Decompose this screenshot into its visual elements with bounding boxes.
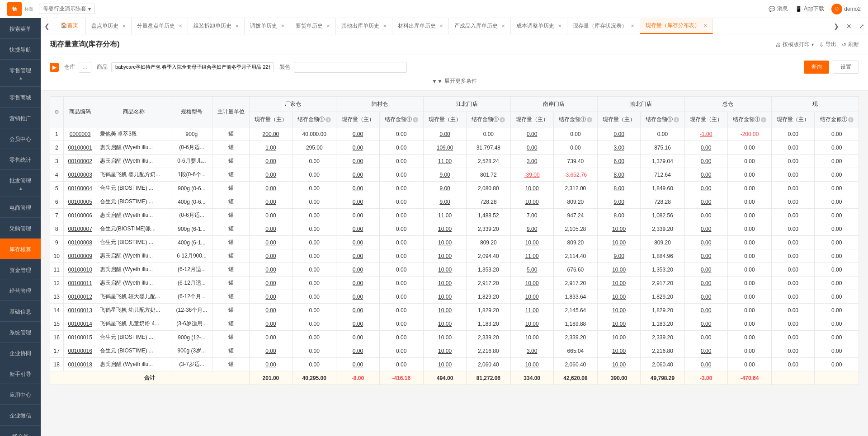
row-mountain-balance: 0.00 [379,358,423,371]
tab-order-history[interactable]: 要货单历史✕ [290,18,336,34]
sidebar-item-finance[interactable]: 资金管理 [0,259,41,280]
sidebar-item-enterprise[interactable]: 企业协同 [0,342,41,363]
table-row: 12 00100011 惠氏启醒 (Wyeth illu... (6-12月适.… [50,277,859,290]
sidebar-item-mall[interactable]: 零售商城 [0,87,41,108]
tab-stock-dist[interactable]: 现存量（库存分布表）✕ [640,18,713,34]
row-factory-balance: 0.00 [292,331,336,344]
page-header-actions: 🖨 按模版打印 ▾ ⇩ 导出 ↺ 刷新 [775,41,859,48]
sidebar-item-purchase[interactable]: 采购管理 [0,218,41,239]
row-index: 11 [50,263,64,277]
sidebar-item-vip[interactable]: 畅会员 [0,426,41,436]
row-factory-stock: 0.00 [249,317,292,331]
sidebar-item-wechat[interactable]: 企业微信 [0,405,41,426]
expand-conditions-btn[interactable]: ▼▼ 展开更多条件 [432,77,477,85]
export-label: 导出 [826,41,836,48]
collapse-btn[interactable]: ▶ [50,63,59,72]
sidebar-item-search[interactable]: 搜索英单 [0,18,41,39]
sidebar-item-label: 应用中心 [4,391,37,399]
industry-selector[interactable]: 母婴行业演示陈套 ▾ [39,4,95,14]
row-yubeifu-stock: 10.00 [598,358,641,371]
table-wrapper[interactable]: ⚙ 商品编码 商品名称 规格型号 主计量单位 厂家仓 陆村仓 江北门店 南岸门店… [50,96,859,385]
tab-close-icon[interactable]: ✕ [439,23,443,28]
table-row: 1 0000003 爱他美 卓萃3段 900g 罐 200.00 40,000.… [50,127,859,141]
row-jiangbei-balance: 1,183.20 [467,317,510,331]
row-extra-balance: 0.00 [815,344,859,358]
query-btn[interactable]: 查询 [804,61,829,74]
sidebar-item-nav[interactable]: 快捷导航 [0,39,41,60]
row-jiangbei-stock: 9.00 [424,168,467,182]
row-factory-stock: 0.00 [249,331,292,344]
tab-close-icon[interactable]: ✕ [281,23,284,28]
tab-assemble-history[interactable]: 组装拆卸单历史✕ [188,18,245,34]
refresh-icon: ↺ [842,42,846,48]
row-nanan-stock: 3.00 [510,344,553,358]
tab-material-out[interactable]: 材料出库单历史✕ [392,18,449,34]
table-row: 10 00100009 惠氏启醒 (Wyeth illu... 6-12月900… [50,249,859,263]
color-input[interactable] [294,62,407,73]
tab-finished-in[interactable]: 产成品入库单历史✕ [449,18,511,34]
row-extra-stock: 0.00 [772,304,815,317]
row-name: 惠氏启醒 (Wyeth illu... [97,249,171,263]
total-nanan-stock: 334.00 [510,371,553,385]
tab-close-icon[interactable]: ✕ [179,23,182,28]
print-btn[interactable]: 🖨 按模版打印 ▾ [775,41,814,48]
tab-stock-status[interactable]: 现存量（库存状况表）✕ [567,18,640,34]
row-jiangbei-stock: 11.00 [424,155,467,168]
tab-cost-adjust[interactable]: 成本调整单历史✕ [511,18,567,34]
row-yubeifu-stock: 10.00 [598,277,641,290]
tab-close-icon[interactable]: ✕ [631,23,634,28]
sidebar-item-basic-info[interactable]: 基础信息 [0,301,41,322]
app-download-btn[interactable]: 📱 App下载 [795,5,824,13]
sidebar-item-member[interactable]: 会员中心 [0,128,41,149]
tab-next-btn[interactable]: ❯ [830,23,843,30]
tab-close-icon[interactable]: ✕ [326,23,330,28]
sidebar-item-ecommerce[interactable]: 电商管理 [0,197,41,218]
sidebar-item-inventory[interactable]: 库存核算 [0,239,41,259]
message-btn[interactable]: 💬 消息 [769,5,788,13]
product-input[interactable] [111,62,274,72]
sidebar-item-retail[interactable]: 零售管理▲ [0,60,41,87]
row-jiangbei-balance: 1,353.20 [467,263,510,277]
row-code: 00100010 [63,263,97,277]
sidebar-item-guide[interactable]: 新手引导 [0,363,41,384]
tab-other-out[interactable]: 其他出库单历史✕ [336,18,392,34]
row-mountain-stock: 0.00 [336,263,379,277]
sidebar-item-management[interactable]: 经营管理 [0,280,41,301]
row-yubeifu-stock: 10.00 [598,304,641,317]
tab-close-icon[interactable]: ✕ [122,23,126,28]
row-index: 10 [50,249,64,263]
tab-close-icon[interactable]: ✕ [558,23,561,28]
tab-close-all-btn[interactable]: ✕ [843,23,855,30]
row-nanan-balance: 809.20 [553,195,597,209]
warehouse-input[interactable]: ... [79,62,91,73]
row-mountain-stock: 0.00 [336,155,379,168]
row-yubeifu-stock: 10.00 [598,263,641,277]
tab-close-icon[interactable]: ✕ [501,23,505,28]
export-btn[interactable]: ⇩ 导出 [819,41,836,48]
row-extra-balance: 0.00 [815,168,859,182]
row-total-stock: 0.00 [684,155,727,168]
total-row: 合计 201.00 40,295.00 -8.00 -416.16 494.00… [50,371,859,385]
tab-close-icon[interactable]: ✕ [703,23,707,28]
tab-stock-history[interactable]: 盘点单历史✕ [86,18,132,34]
sidebar-item-apps[interactable]: 应用中心 [0,384,41,405]
tab-partial-stock[interactable]: 分量盘点单历史✕ [132,18,188,34]
tab-close-icon[interactable]: ✕ [383,23,387,28]
row-code: 00100007 [63,222,97,236]
name-col-header: 商品名称 [97,97,171,127]
row-name: 合生元 (BIOSTIME) ... [97,344,171,358]
settings-btn[interactable]: 设置 [833,61,859,74]
sidebar-item-retail-stats[interactable]: 零售统计 [0,149,41,170]
tab-close-icon[interactable]: ✕ [235,23,239,28]
tab-transfer-history[interactable]: 调拨单历史✕ [245,18,290,34]
sidebar-item-system[interactable]: 系统管理 [0,322,41,342]
tab-prev-btn[interactable]: ❮ [41,23,53,30]
tab-home[interactable]: 🏠首页 [53,18,86,34]
row-nanan-stock: 11.00 [510,304,553,317]
row-mountain-stock: 0.00 [336,277,379,290]
user-area[interactable]: D demo2 [831,4,861,14]
refresh-btn[interactable]: ↺ 刷新 [842,41,859,48]
tab-expand-btn[interactable]: ⤢ [855,23,868,30]
sidebar-item-marketing[interactable]: 营销推广 [0,108,41,128]
sidebar-item-wholesale[interactable]: 批发管理▲ [0,170,41,197]
